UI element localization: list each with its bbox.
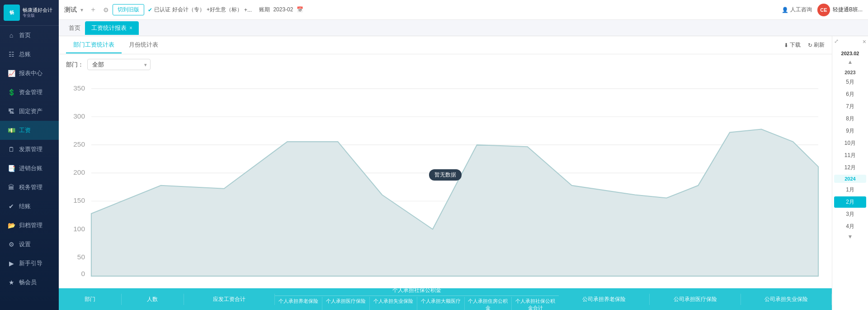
tab-close-icon[interactable]: ×	[129, 25, 132, 31]
right-month-6[interactable]: 6月	[834, 89, 866, 100]
invoice-icon: 🗒	[7, 146, 15, 153]
certified-check-icon: ✔	[148, 7, 152, 13]
right-panel-expand-icon[interactable]: ⤢	[834, 38, 839, 44]
col-housing-fund: 个人承担住房公积金	[465, 297, 512, 310]
svg-text:300: 300	[73, 112, 85, 120]
sub-tab-department[interactable]: 部门工资统计表	[66, 37, 122, 53]
sidebar-item-invoice[interactable]: 🗒 发票管理	[0, 140, 59, 159]
right-panel-close-icon[interactable]: ×	[863, 38, 866, 45]
sidebar-item-reports[interactable]: 📈 报表中心	[0, 64, 59, 83]
sidebar-item-tax[interactable]: 🏛 税务管理	[0, 178, 59, 197]
col-company-unemployment: 公司承担失业保险	[741, 294, 832, 305]
right-year-2024: 2024	[834, 175, 866, 183]
refresh-icon: ↻	[808, 42, 812, 48]
right-month-7[interactable]: 7月	[834, 101, 866, 112]
department-select-wrapper: 全部 ▾	[87, 59, 151, 70]
user-menu[interactable]: CE 轻捷通B班...	[817, 4, 863, 16]
topbar-add-button[interactable]: ＋	[87, 4, 99, 15]
sidebar-item-assets[interactable]: 🏗 固定资产	[0, 102, 59, 121]
svg-text:50: 50	[77, 253, 85, 261]
topbar-gear-icon[interactable]: ⚙	[103, 6, 109, 14]
col-unemployment: 个人承担失业保险	[370, 297, 417, 310]
sub-tab-monthly[interactable]: 月份统计表	[122, 37, 165, 53]
svg-text:150: 150	[73, 197, 85, 205]
sidebar-item-sales[interactable]: 📑 进销台账	[0, 159, 59, 178]
chart-wrapper: 350 300 250 200 150 100 50 0	[66, 79, 825, 279]
sidebar-item-settings[interactable]: ⚙ 设置	[0, 235, 59, 254]
main-content: 测试 ▾ ＋ ⚙ 切到旧版 ✔ 已认证 好会计（专） +好生意（标） +... …	[59, 0, 868, 310]
right-month-3[interactable]: 3月	[834, 209, 866, 220]
ledger-icon: ☷	[7, 51, 15, 58]
col-pension: 个人承担养老保险	[275, 297, 322, 310]
right-month-11[interactable]: 11月	[834, 150, 866, 161]
sidebar-item-guide[interactable]: ▶ 新手引导	[0, 254, 59, 273]
sidebar-item-archive[interactable]: 📂 归档管理	[0, 216, 59, 235]
svg-text:250: 250	[73, 140, 85, 148]
home-icon: ⌂	[7, 32, 15, 39]
chart-svg: 350 300 250 200 150 100 50 0	[66, 79, 825, 279]
right-month-10[interactable]: 10月	[834, 138, 866, 149]
download-button[interactable]: ⬇ 下载	[784, 41, 801, 49]
guide-icon: ▶	[7, 260, 15, 267]
sub-tabs: 部门工资统计表 月份统计表	[66, 37, 165, 53]
tab-home[interactable]: 首页	[64, 21, 85, 35]
chart-area: 350 300 250 200 150 100 50 0	[59, 75, 832, 288]
department-filter-label: 部门：	[66, 61, 84, 69]
col-total-individual: 个人承担社保公积金合计	[512, 297, 559, 310]
tax-icon: 🏛	[7, 184, 15, 191]
svg-text:200: 200	[73, 168, 85, 176]
right-month-1[interactable]: 1月	[834, 184, 866, 196]
refresh-button[interactable]: ↻ 刷新	[808, 41, 825, 49]
logo-icon: 畅	[4, 5, 20, 21]
sidebar: 畅 畅康通好会计 专业版 ⌂ 首页 ☷ 总账 📈 报表中心 💲 资金管理 🏗 固…	[0, 0, 59, 310]
sub-tab-actions: ⬇ 下载 ↻ 刷新	[784, 41, 825, 49]
right-panel: × ⤢ 2023.02 ▲ 2023 5月 6月 7月 8月 9月 10月 11…	[832, 36, 868, 310]
col-total-salary: 应发工资合计	[184, 294, 275, 305]
right-month-5[interactable]: 5月	[834, 76, 866, 88]
sub-tabbar: 部门工资统计表 月份统计表 ⬇ 下载 ↻ 刷新	[59, 36, 832, 54]
assets-icon: 🏗	[7, 108, 15, 115]
inner-content: 部门工资统计表 月份统计表 ⬇ 下载 ↻ 刷新 部门：	[59, 36, 832, 310]
sidebar-item-home[interactable]: ⌂ 首页	[0, 26, 59, 45]
right-panel-down-icon[interactable]: ▼	[847, 233, 854, 241]
archive-icon: 📂	[7, 222, 15, 229]
topbar-title: 测试	[64, 6, 77, 14]
topbar-dropdown-arrow[interactable]: ▾	[80, 7, 83, 13]
col-major-medical: 个人承担大额医疗	[417, 297, 465, 310]
department-select[interactable]: 全部	[87, 59, 151, 70]
funds-icon: 💲	[7, 89, 15, 96]
sidebar-navigation: ⌂ 首页 ☷ 总账 📈 报表中心 💲 资金管理 🏗 固定资产 💵 工资 🗒 发票…	[0, 26, 59, 310]
tab-bar: 首页 工资统计报表 ×	[59, 20, 868, 36]
right-month-4[interactable]: 4月	[834, 221, 866, 232]
topbar-period: 账期 2023-02 📅	[259, 6, 303, 14]
sidebar-item-close[interactable]: ✔ 结账	[0, 197, 59, 216]
calendar-icon[interactable]: 📅	[297, 6, 303, 13]
svg-text:0: 0	[81, 270, 85, 277]
filter-bar: 部门： 全部 ▾	[59, 54, 832, 75]
right-month-8[interactable]: 8月	[834, 113, 866, 124]
logo-text: 畅康通好会计 专业版	[23, 7, 52, 19]
sidebar-logo: 畅 畅康通好会计 专业版	[0, 0, 59, 26]
download-icon: ⬇	[784, 42, 788, 48]
sidebar-item-funds[interactable]: 💲 资金管理	[0, 83, 59, 102]
service-icon: 👤	[782, 7, 788, 13]
username-label: 轻捷通B班...	[833, 6, 863, 14]
switch-to-old-button[interactable]: 切到旧版	[113, 4, 144, 15]
sidebar-item-salary[interactable]: 💵 工资	[0, 121, 59, 140]
right-month-12[interactable]: 12月	[834, 162, 866, 173]
col-department: 部门	[59, 294, 122, 305]
right-month-9[interactable]: 9月	[834, 125, 866, 137]
right-month-2-active[interactable]: 2月	[834, 196, 866, 208]
member-icon: ★	[7, 279, 15, 286]
sales-icon: 📑	[7, 165, 15, 172]
reports-icon: 📈	[7, 70, 15, 77]
right-panel-up-icon[interactable]: ▲	[847, 58, 854, 66]
topbar: 测试 ▾ ＋ ⚙ 切到旧版 ✔ 已认证 好会计（专） +好生意（标） +... …	[59, 0, 868, 20]
tab-salary-report[interactable]: 工资统计报表 ×	[85, 21, 139, 35]
settings-icon: ⚙	[7, 241, 15, 248]
customer-service-button[interactable]: 👤 人工咨询	[782, 6, 812, 14]
table-header: 部门 人数 应发工资合计 个人承担社保公积金 个人承担养老保险 个人承担医疗保险…	[59, 288, 832, 310]
sidebar-item-member[interactable]: ★ 畅会员	[0, 273, 59, 292]
sidebar-item-ledger[interactable]: ☷ 总账	[0, 45, 59, 64]
topbar-right: 👤 人工咨询 CE 轻捷通B班...	[782, 4, 863, 16]
